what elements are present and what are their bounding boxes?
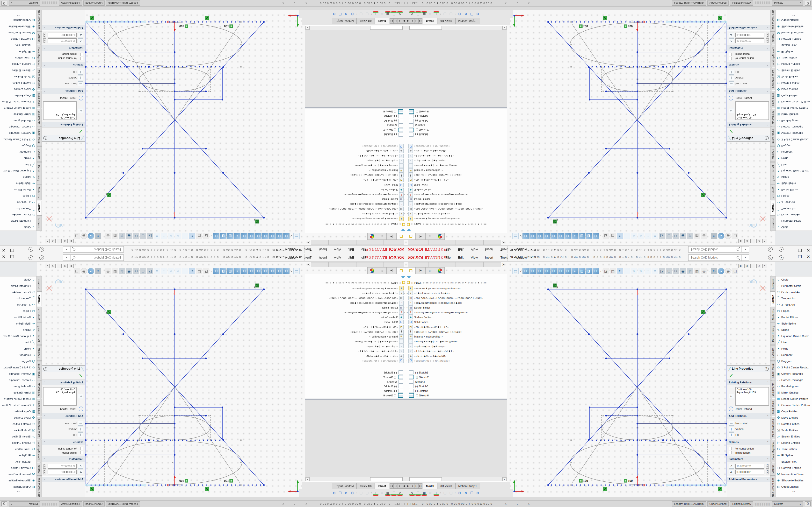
document-tab[interactable]: 3D Views [437, 483, 455, 489]
additional-parameters-header[interactable]: Additional Parameters ⌄ [727, 476, 770, 482]
search-dropdown-icon[interactable]: ▾ [742, 246, 749, 252]
sketch-tool-item[interactable]: ⊢ Extend Entities [775, 61, 812, 67]
sketch-tool-item[interactable]: ∿ Style Spline [0, 180, 37, 187]
vertical-tab[interactable]: Weldments [770, 381, 776, 398]
menu-item[interactable]: Edit [455, 245, 467, 253]
toolbar-icon[interactable]: ◉ [680, 268, 686, 274]
checkbox[interactable] [80, 451, 83, 454]
sketch-tool-item[interactable]: ❏ Convert Entities [775, 465, 812, 471]
options-header[interactable]: Options ⌃ [727, 62, 770, 68]
checkbox[interactable] [729, 447, 732, 450]
search-icon[interactable] [70, 255, 78, 261]
part-root-row[interactable]: ❒ TЯPDL2. ⊚ ЗЄ ⊚ Ш ⊚ ⊚ ⊚ ✛ ⊚ ƆC ⊚ ЗЄ ⊚ ✦… [325, 223, 405, 226]
bottom-toolbar-icon[interactable]: ▦ [385, 490, 391, 496]
checkbox[interactable] [80, 447, 83, 450]
sketch-tool-item[interactable]: ◠ 3 Point Arc [0, 301, 37, 308]
close-button[interactable]: ✕ [805, 247, 812, 253]
sketch-tool-item[interactable]: ∿ Fit Spline [775, 452, 812, 458]
tree-row[interactable]: ☰ Material < not specified > [305, 168, 406, 173]
vertical-tab[interactable]: Features [770, 215, 776, 231]
sketch-tool-item[interactable]: ◈ Silhouette Entities [775, 477, 812, 484]
commandmanager-tab[interactable] [384, 262, 404, 267]
toolbar-icon[interactable]: ◪ [203, 233, 209, 239]
expand-arrow-icon[interactable]: ▸ [404, 145, 406, 148]
relation-item[interactable]: Collinear108 [737, 116, 767, 119]
collapse-icon[interactable]: ⌃ [767, 381, 769, 384]
sketch-tool-item[interactable]: ❏ Convert Entities [0, 465, 37, 471]
sketch-tool-item[interactable]: ▣ Center Rectangle [0, 130, 37, 136]
sketch-tool-item[interactable]: ∿ Style Spline [775, 320, 812, 327]
toolbar-icon[interactable]: ● [718, 268, 724, 274]
bottom-toolbar-icon[interactable]: ⚙ [457, 490, 462, 496]
toolbar-icon[interactable]: ▾ [102, 233, 104, 239]
ok-check-icon[interactable]: ✔ [42, 372, 85, 380]
restore-button[interactable]: ❐ [796, 247, 804, 253]
tree-row[interactable]: ▸ ▤ Design Binder [406, 305, 507, 310]
sketch-tool-item[interactable]: ⬭ Ellipse [0, 193, 37, 199]
sketch-tool-item[interactable]: ◜ Sketch Fillet [775, 42, 812, 49]
sketch-tool-item[interactable]: ◌ Perimeter Circle [775, 218, 812, 224]
tree-row[interactable]: ▱ ○✛ƧƆ∘♟○✳◉∣○∘○∣◉✳○∘ƆƧ♟✛○ [406, 349, 507, 353]
bottom-toolbar-icon[interactable]: ⋮ [370, 490, 372, 496]
option-item[interactable]: Infinite length [43, 451, 83, 454]
bottom-toolbar-icon[interactable]: ❐ [469, 11, 474, 17]
toolbar-icon[interactable]: ▾ [600, 233, 602, 239]
tree-row[interactable]: ◔ ○2Ƨ♟◎2ƧИΝЗЄ2Ƨ○∘○2ƧЗЄИΝ2Ƨ◎♟2Ƨ○ [305, 202, 406, 207]
tree-row[interactable]: ☰ Material < not specified > [305, 334, 406, 339]
sketch-tool-item[interactable]: ⬡ Polygon [0, 143, 37, 149]
bottom-toolbar-icon[interactable]: ⋮ [356, 11, 358, 17]
existing-relations-header[interactable]: Existing Relations ⌃ [727, 122, 770, 127]
part-root-row[interactable]: ❒ TЯPDL2. ⊚ ЗЄ ⊚ Ш ⊚ ⊚ ⊚ ✛ ⊚ ƆC ⊚ ЗЄ ⊚ ✦… [325, 281, 405, 284]
bottom-toolbar-icon[interactable]: ✎ [397, 11, 403, 17]
vertical-tab[interactable]: Data Migration [36, 440, 42, 462]
toolbar-icon[interactable]: ◫ [227, 268, 234, 274]
parameter-input[interactable]: 0.00000000° [735, 33, 764, 38]
spinner-control[interactable]: ▲▼ [43, 469, 46, 474]
sketch-tool-item[interactable]: ◖ Partial Ellipse [0, 314, 37, 320]
sketch-tool-item[interactable]: ▭ Corner Rectangle [0, 124, 37, 130]
tree-horizontal-scrollbar[interactable]: ▶ [406, 477, 507, 481]
checkbox[interactable] [729, 57, 732, 60]
spinner-control[interactable]: ▲▼ [43, 33, 46, 38]
tree-row[interactable]: ▸ ❒ ○2ƧЗЄИΝΑΝ∙○∘○∙ΝΑΝИЗЄ2Ƨ○ [305, 358, 406, 363]
sketch-tool-item[interactable]: ◠ Centerpoint Arc [0, 212, 37, 218]
bottom-toolbar-icon[interactable]: ✎ [409, 11, 415, 17]
toolbar-icon[interactable]: ≋ [652, 268, 658, 274]
search-icon[interactable] [734, 246, 742, 252]
toolbar-icon[interactable]: ⇄ [687, 233, 693, 239]
bottom-toolbar-icon[interactable]: ⚙ [475, 490, 480, 496]
toolbar-icon[interactable]: ❒ [593, 233, 599, 239]
tab-scroll-icon[interactable]: ▶▮ [390, 18, 394, 24]
part-root-row[interactable]: ❒ TЯPDL2. ⊚ ЗЄ ⊚ Ш ⊚ ⊚ ⊚ ✛ ⊚ ƆC ⊚ ЗЄ ⊚ ✦… [407, 223, 487, 226]
panel-help-icon[interactable]: ? [765, 136, 769, 140]
sketch-tool-item[interactable]: ⊡ Copy Entities [775, 93, 812, 99]
expand-arrow-icon[interactable]: ▸ [406, 306, 408, 309]
document-tab[interactable]: Model [375, 18, 389, 24]
parameter-input[interactable]: 10.88152731 [735, 38, 764, 43]
toolbar-icon[interactable]: ◫ [227, 233, 234, 239]
sketch-row[interactable]: (-) Sketch4 [305, 114, 406, 119]
add-relation-item[interactable]: ↧ Fix [43, 70, 83, 74]
toolbar-icon[interactable]: ◠ [161, 268, 167, 274]
bottom-toolbar-icon[interactable]: ↻ [344, 11, 349, 17]
toolbar-icon[interactable]: ◎ [701, 233, 707, 239]
add-relation-item[interactable]: ❘ Vertical [729, 427, 769, 432]
menu-item[interactable]: View [331, 245, 344, 253]
tree-row[interactable]: ◆ Surface Bodies [305, 315, 406, 320]
commandmanager-tab[interactable] [428, 240, 456, 245]
sketch-tool-item[interactable]: ⌒ Tangent Arc [775, 206, 812, 212]
sketch-tool-item[interactable]: ◫ Mirror Entities [775, 111, 812, 118]
tab-scroll-icon[interactable]: ◀ [410, 483, 414, 489]
minimize-button[interactable]: – [17, 254, 24, 259]
sketch-tool-item[interactable]: ◌ Perimeter Circle [0, 283, 37, 289]
toolbar-icon[interactable]: ❒ [529, 268, 536, 274]
bottom-toolbar-icon[interactable]: ❏ [448, 490, 454, 496]
sketch-row[interactable]: (-) Sketch1 [305, 370, 406, 375]
toolbar-icon[interactable]: ◪ [603, 268, 609, 274]
bottom-toolbar-icon[interactable]: ❏ [448, 11, 454, 17]
exit-sketch-icon[interactable]: ↷ [53, 218, 65, 231]
featuremanager-tab[interactable]: ❒ [396, 267, 406, 274]
tree-row[interactable]: ▱ ○∙◎✛○✳◉∣○∘○∣◉✳○✛◎∙○ [406, 344, 507, 349]
existing-relations-header[interactable]: Existing Relations ⌃ [42, 380, 85, 385]
expand-arrow-icon[interactable]: ▸ [404, 292, 406, 294]
